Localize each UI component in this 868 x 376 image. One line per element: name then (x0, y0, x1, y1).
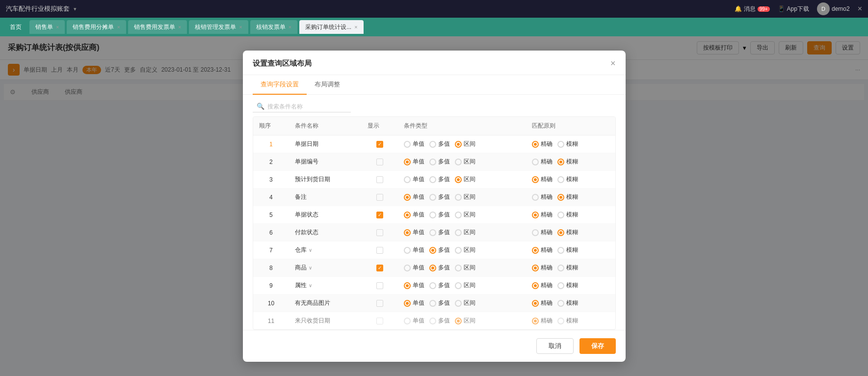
row-type-radio-group: 单值多值区间 (398, 259, 526, 277)
row-name: 属性 ∨ (289, 277, 362, 295)
row-order: 5 (253, 206, 289, 224)
row-order: 3 (253, 171, 289, 188)
row-type-radio-group: 单值多值区间 (398, 224, 526, 242)
tab-verify-invoice2-label: 核销发票单 (256, 23, 286, 31)
download-item[interactable]: 📱 App下载 (778, 5, 809, 13)
row-type-radio-group: 单值多值区间 (398, 295, 526, 312)
row-display-checkbox[interactable] (362, 242, 398, 259)
row-name: 商品 ∨ (289, 259, 362, 277)
th-match: 匹配原则 (526, 117, 615, 135)
row-match-radio-group: 精确模糊 (526, 259, 615, 277)
notification-item[interactable]: 🔔 消息 99+ (735, 5, 770, 13)
row-display-checkbox[interactable] (362, 188, 398, 206)
search-icon: 🔍 (257, 103, 264, 110)
row-display-checkbox[interactable] (362, 312, 398, 330)
row-order: 10 (253, 295, 289, 312)
row-name: 来只收货日期 (289, 312, 362, 330)
row-order: 7 (253, 242, 289, 259)
dialog-tab-field-settings[interactable]: 查询字段设置 (253, 75, 307, 95)
page-content: 采购订单统计表(按供应商) 按模板打印 ▾ 导出 刷新 查询 设置 › 单据日期… (0, 36, 868, 376)
tab-verify-invoice-close[interactable]: × (239, 24, 242, 30)
th-order: 顺序 (253, 117, 289, 135)
row-name: 付款状态 (289, 224, 362, 242)
tab-verify-invoice2-close[interactable]: × (289, 24, 291, 30)
row-order: 6 (253, 224, 289, 242)
row-name: 备注 (289, 188, 362, 206)
row-order: 1 (253, 135, 289, 153)
row-display-checkbox[interactable]: ✓ (362, 206, 398, 224)
app-title: 汽车配件行业模拟账套 (6, 4, 70, 13)
tab-home[interactable]: 首页 (4, 20, 27, 34)
dialog-footer: 取消 保存 (243, 330, 626, 362)
row-match-radio-group: 精确模糊 (526, 206, 615, 224)
tab-purchase-stats[interactable]: 采购订单统计设... × (299, 20, 363, 34)
download-icon: 📱 (778, 5, 785, 12)
search-input[interactable] (267, 103, 346, 110)
row-display-checkbox[interactable]: ✓ (362, 135, 398, 153)
row-order: 9 (253, 277, 289, 295)
tab-sales-invoice[interactable]: 销售费用发票单 × (128, 20, 187, 34)
row-order: 4 (253, 188, 289, 206)
row-name: 单据日期 (289, 135, 362, 153)
top-nav-left: 汽车配件行业模拟账套 ▾ (6, 4, 77, 13)
notification-label: 消息 (744, 5, 756, 13)
tab-sales-invoice-close[interactable]: × (178, 24, 181, 30)
dialog-tab-layout[interactable]: 布局调整 (307, 75, 348, 95)
row-name: 仓库 ∨ (289, 242, 362, 259)
row-type-radio-group: 单值多值区间 (398, 153, 526, 171)
tab-sales-expense-close[interactable]: × (117, 24, 120, 30)
download-label: App下载 (787, 5, 809, 13)
th-display: 显示 (362, 117, 398, 135)
row-display-checkbox[interactable] (362, 224, 398, 242)
top-nav: 汽车配件行业模拟账套 ▾ 🔔 消息 99+ 📱 App下载 D demo2 × (0, 0, 868, 18)
row-display-checkbox[interactable] (362, 171, 398, 188)
user-name: demo2 (832, 5, 850, 12)
row-type-radio-group: 单值多值区间 (398, 135, 526, 153)
row-display-checkbox[interactable] (362, 295, 398, 312)
row-match-radio-group: 精确模糊 (526, 277, 615, 295)
row-display-checkbox[interactable]: ✓ (362, 259, 398, 277)
tab-verify-invoice[interactable]: 核销管理发票单 × (189, 20, 248, 34)
tab-sales-order-close[interactable]: × (56, 24, 59, 30)
tab-sales-order[interactable]: 销售单 × (29, 20, 65, 34)
tab-purchase-stats-label: 采购订单统计设... (305, 23, 351, 31)
row-match-radio-group: 精确模糊 (526, 295, 615, 312)
th-name: 条件名称 (289, 117, 362, 135)
save-button[interactable]: 保存 (579, 338, 616, 354)
dialog-close-button[interactable]: × (610, 58, 616, 69)
modal-overlay: 设置查询区域布局 × 查询字段设置 布局调整 🔍 (0, 36, 868, 376)
dropdown-arrow-icon[interactable]: ▾ (74, 6, 77, 12)
row-name: 预计到货日期 (289, 171, 362, 188)
row-match-radio-group: 精确模糊 (526, 135, 615, 153)
row-type-radio-group: 单值多值区间 (398, 277, 526, 295)
row-display-checkbox[interactable] (362, 277, 398, 295)
row-match-radio-group: 精确模糊 (526, 153, 615, 171)
row-match-radio-group: 精确模糊 (526, 312, 615, 330)
tab-purchase-stats-close[interactable]: × (354, 24, 357, 30)
tab-verify-invoice-label: 核销管理发票单 (195, 23, 236, 31)
row-display-checkbox[interactable] (362, 153, 398, 171)
dialog-search: 🔍 (243, 95, 626, 116)
conditions-table: 顺序 条件名称 显示 条件类型 匹配原则 1单据日期✓单值多值区间精确模糊2单据… (253, 116, 616, 330)
row-type-radio-group: 单值多值区间 (398, 206, 526, 224)
dialog-tab-layout-label: 布局调整 (315, 81, 340, 88)
notification-icon: 🔔 (735, 5, 742, 12)
row-type-radio-group: 单值多值区间 (398, 171, 526, 188)
user-item[interactable]: D demo2 (817, 2, 850, 15)
search-input-wrap: 🔍 (253, 101, 351, 112)
row-type-radio-group: 单值多值区间 (398, 242, 526, 259)
top-nav-close-button[interactable]: × (858, 4, 862, 13)
top-nav-right: 🔔 消息 99+ 📱 App下载 D demo2 × (735, 2, 862, 15)
dialog-header: 设置查询区域布局 × (243, 51, 626, 75)
row-type-radio-group: 单值多值区间 (398, 188, 526, 206)
tab-sales-order-label: 销售单 (35, 23, 53, 31)
tab-sales-expense[interactable]: 销售费用分摊单 × (67, 20, 126, 34)
tab-verify-invoice2[interactable]: 核销发票单 × (250, 20, 297, 34)
row-order: 8 (253, 259, 289, 277)
cancel-button[interactable]: 取消 (536, 338, 574, 354)
row-match-radio-group: 精确模糊 (526, 224, 615, 242)
tab-sales-expense-label: 销售费用分摊单 (73, 23, 114, 31)
row-name: 单据状态 (289, 206, 362, 224)
tab-sales-invoice-label: 销售费用发票单 (134, 23, 175, 31)
dialog-tab-field-settings-label: 查询字段设置 (261, 81, 299, 88)
